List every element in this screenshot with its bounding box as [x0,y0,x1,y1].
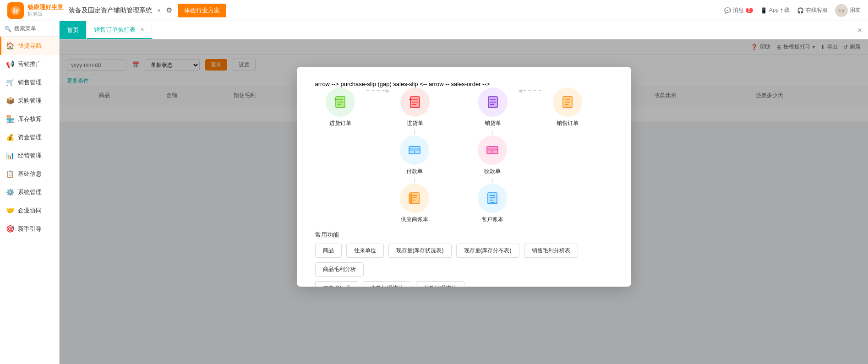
search-icon: 🔍 [5,26,11,32]
top-bar-actions: 💬 消息 5 📱 App下载 🎧 在线客服 Ea 用友 [724,4,861,17]
phone-icon: 📱 [760,7,767,14]
app-name: 畅康通好生意 [27,4,63,11]
purchase-order-circle [326,87,355,117]
app-sub: 标准版 [27,11,63,17]
customer-ledger-circle [478,184,507,213]
sidebar-item-label: 库存核算 [18,115,42,123]
content-area: 首页 销售订单执行表 ✕ ✕ ❓ 帮助 [60,21,868,364]
func-btn-sales-ranking[interactable]: 销售排行榜 [315,281,358,287]
sidebar-item-system[interactable]: ⚙️ 系统管理 [0,183,59,201]
purchase-icon: 📦 [6,97,14,105]
func-btn-row-1: 商品 往来单位 现存量(库存状况表) 现存量(库存分布表) 销售毛利分析表 商品… [315,244,613,277]
inventory-icon: 🏪 [6,115,14,123]
sidebar-item-guide[interactable]: 🎯 新手引导 [0,220,59,238]
user-action[interactable]: Ea 用友 [835,4,861,17]
func-btn-sales-gross[interactable]: 销售毛利分析表 [524,244,578,258]
system-dropdown-icon[interactable]: ▾ [158,7,160,14]
tab-close-icon[interactable]: ✕ [140,27,144,33]
func-btn-row-2: 销售排行榜 收款情况统计 付款情况统计 [315,281,613,287]
sidebar-item-label: 采购管理 [18,97,42,105]
flow-row-3: 供应商账本 客户账本 [315,184,518,223]
sidebar-item-label: 基础信息 [18,170,42,178]
sales-icon: 🛒 [6,78,14,87]
sidebar-item-label: 系统管理 [18,188,42,196]
sidebar-item-quick-nav[interactable]: 🏠 快捷导航 [0,37,59,55]
sidebar-item-sales[interactable]: 🛒 销售管理 [0,73,59,92]
basic-info-icon: 📋 [6,170,14,178]
svg-rect-31 [488,193,497,204]
flow-node-purchase-order[interactable]: 进货订单 [315,87,366,127]
payment-circle: ¥ [400,136,429,165]
sidebar-item-label: 经营管理 [18,152,42,160]
func-btn-receipt-stats[interactable]: 收款情况统计 [363,281,411,287]
tab-bar: 首页 销售订单执行表 ✕ ✕ [60,21,868,39]
func-btn-goods[interactable]: 商品 [315,244,342,258]
tab-home[interactable]: 首页 [60,21,87,39]
arrow-down-purchase: ↓ [389,127,440,136]
message-icon: 💬 [724,7,731,14]
guide-icon: 🎯 [6,225,14,233]
sidebar-item-marketing[interactable]: 📢 营销推广 [0,55,59,73]
sidebar-item-label: 企业协同 [18,206,42,215]
sales-order-circle [553,87,582,117]
flow-row-2: ¥ 付款单 ¥ 收款单 [315,136,518,175]
sales-slip-circle [478,87,508,117]
settings-icon[interactable]: ⚙ [166,6,172,15]
svg-text:好: 好 [12,8,19,14]
tab-bar-end: ✕ [857,27,868,34]
sidebar-item-basic-info[interactable]: 📋 基础信息 [0,165,59,183]
sidebar-nav: 🏠 快捷导航 📢 营销推广 🛒 销售管理 📦 采购管理 🏪 库存核 [0,37,59,364]
sales-slip-label: 销货单 [485,120,501,127]
svg-rect-30 [409,194,412,203]
message-badge: 5 [746,8,753,13]
sales-order-label: 销售订单 [557,120,579,127]
sidebar-item-label: 新手引导 [18,225,42,233]
top-bar: 好 畅康通好生意 标准版 装备及固定资产辅助管理系统 ▾ ⚙ 体验行业方案 💬 … [0,0,868,21]
trial-button[interactable]: 体验行业方案 [178,4,226,17]
func-btn-stock-dist[interactable]: 现存量(库存分布表) [456,244,519,258]
sidebar-item-label: 资金管理 [18,133,42,141]
func-btn-payment-stats[interactable]: 付款情况统计 [416,281,464,287]
search-menu[interactable]: 🔍 搜索菜单 [0,21,59,37]
sidebar-item-cooperation[interactable]: 🤝 企业协同 [0,201,59,220]
flow-node-sales-order[interactable]: 销售订单 [542,87,593,127]
purchase-slip-label: 进货单 [407,120,423,127]
sidebar-item-inventory[interactable]: 🏪 库存核算 [0,110,59,128]
cooperation-icon: 🤝 [6,206,14,215]
func-btn-goods-gross[interactable]: 商品毛利分析 [315,262,364,277]
flow-node-sales-slip[interactable]: 销货单 [468,87,518,127]
supplier-ledger-label: 供应商账本 [401,216,428,223]
online-service-action[interactable]: 🎧 在线客服 [797,6,828,14]
flow-node-supplier-ledger[interactable]: 供应商账本 [389,184,440,223]
message-action[interactable]: 💬 消息 5 [724,6,753,14]
flow-node-payment[interactable]: ¥ 付款单 [389,136,440,175]
customer-ledger-label: 客户账本 [481,216,503,223]
finance-icon: 💰 [6,133,14,141]
flow-node-customer-ledger[interactable]: 客户账本 [467,184,518,223]
supplier-ledger-circle [400,184,429,213]
operations-icon: 📊 [6,152,14,160]
tab-sales-order[interactable]: 销售订单执行表 ✕ [87,21,152,39]
flow-node-purchase-slip[interactable]: 进货单 [390,87,440,127]
modal-overlay[interactable]: arrow --> purchase-slip (gap) sales-slip… [60,39,868,364]
app-download-action[interactable]: 📱 App下载 [760,6,790,14]
tab-home-label: 首页 [67,26,79,34]
tab-close-all-icon[interactable]: ✕ [857,27,863,34]
flow-node-receipt[interactable]: ¥ 收款单 [467,136,518,175]
func-btn-partners[interactable]: 往来单位 [346,244,384,258]
tab-sales-order-label: 销售订单执行表 [94,26,136,34]
sidebar-item-finance[interactable]: 💰 资金管理 [0,128,59,147]
payment-label: 付款单 [406,168,423,175]
flow-section: arrow --> purchase-slip (gap) sales-slip… [315,81,613,223]
main-content: ❓ 帮助 🖨 按模板打印 ▾ ⬆ 导出 ↺ 刷新 [60,39,868,364]
sidebar-item-operations[interactable]: 📊 经营管理 [0,147,59,165]
sidebar-item-purchase[interactable]: 📦 采购管理 [0,92,59,110]
purchase-slip-circle [400,87,430,117]
func-btn-stock-status[interactable]: 现存量(库存状况表) [388,244,452,258]
flow-arrows-down-row: ↓ ↓ [315,127,518,136]
common-functions-title: 常用功能 [315,231,613,239]
receipt-circle: ¥ [478,136,507,165]
arrow-purchase-to-slip: ▶ [366,87,390,104]
search-menu-label: 搜索菜单 [14,25,36,33]
flow-row-1: 进货订单 ▶ [315,87,593,127]
